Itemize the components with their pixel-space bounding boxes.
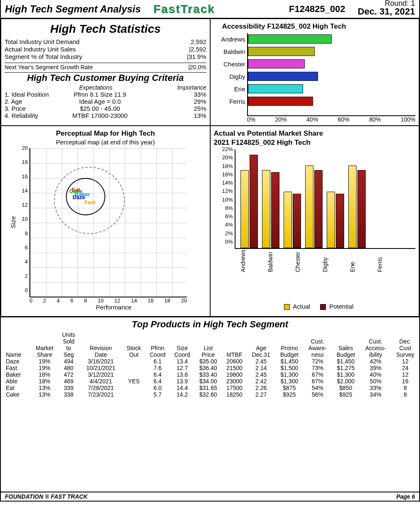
stat-value: |31.9% <box>187 53 206 60</box>
growth-label: Next Year's Segment Growth Rate <box>5 64 93 71</box>
market-share-panel: Actual vs Potential Market Share 2021 F1… <box>210 126 420 317</box>
criteria-imp: 25% <box>141 105 206 112</box>
bar-group <box>240 155 258 248</box>
ms-title: Actual vs Potential Market Share <box>214 129 416 138</box>
criteria-title: High Tech Customer Buying Criteria <box>5 72 206 83</box>
stat-row: Total Industry Unit Demand2,592 <box>5 38 206 45</box>
criteria-row: 2. AgeIdeal Age = 0.029% <box>5 98 206 105</box>
market-share-chart: 22%20%18%16%14%12%10%8%6%4%2%0% <box>235 149 416 249</box>
footer-right: Page 6 <box>396 493 415 500</box>
table-header: Name <box>1 331 31 358</box>
header-date-block: Round: 1 Dec. 31, 2021 <box>358 1 415 17</box>
criteria-exp: $25.00 - 45.00 <box>58 105 141 112</box>
perceptual-map-panel: Perceptual Map for High Tech Perceptual … <box>1 126 210 317</box>
vbar <box>314 170 323 248</box>
criteria-row: 4. ReliabilityMTBF 17000-2300013% <box>5 112 206 119</box>
vbar <box>327 192 335 248</box>
ms-subtitle: 2021 F124825_002 High Tech <box>214 139 416 147</box>
bar-group <box>284 192 301 248</box>
vbar <box>336 194 344 248</box>
pmap-point: Fast <box>84 199 95 205</box>
hbar <box>248 34 332 44</box>
report-page: High Tech Segment Analysis FastTrack F12… <box>0 0 420 502</box>
criteria-row: 1. Ideal PositionPfmn 8.1 Size 11.933% <box>5 91 206 98</box>
table-header: RevisionDate <box>79 331 122 358</box>
criteria-name: 3. Price <box>5 105 58 112</box>
legend-swatch-potential <box>320 304 326 310</box>
table-header-row: NameMarketShareUnitsSoldtoSegRevisionDat… <box>1 331 419 358</box>
criteria-name: 4. Reliability <box>5 112 58 119</box>
hbar <box>248 97 313 106</box>
report-code: F124825_002 <box>289 4 345 15</box>
ms-xlabels: AndrewsBaldwinChesterDigbyErieFerris <box>240 251 416 279</box>
stat-row: Actual Industry Unit Sales|2,592 <box>5 46 206 53</box>
table-row: Baker18%4723/12/20216.413.8$33.40198002.… <box>1 371 419 378</box>
hbar-label: Erie <box>216 85 245 93</box>
accessibility-title: Accessibility F124825_002 High Tech <box>222 22 416 31</box>
bar-group <box>348 166 366 248</box>
vbar <box>357 170 366 248</box>
table-header: PromoBudget <box>275 331 303 358</box>
vbar <box>271 172 279 248</box>
hbar-label: Digby <box>216 73 245 80</box>
hbar <box>248 59 305 68</box>
vbar <box>284 192 292 248</box>
criteria-head-exp: Expectations <box>79 84 112 91</box>
criteria-exp: Pfmn 8.1 Size 11.9 <box>58 91 141 98</box>
hbar <box>248 72 318 81</box>
table-row: Daze19%4943/16/20216.113.4$35.00206002.4… <box>1 358 419 365</box>
perceptual-map: 20181614121086420 EatCakeBakerDazeFast <box>29 148 187 297</box>
hbar-label: Chester <box>216 61 245 68</box>
criteria-imp: 33% <box>141 91 206 98</box>
table-row: Cake13%3387/23/20215.714.2$32.60182502.2… <box>1 391 419 398</box>
stats-title: High Tech Statistics <box>5 22 206 36</box>
statistics-panel: High Tech Statistics Total Industry Unit… <box>1 19 210 126</box>
hbar <box>248 47 315 56</box>
accessibility-xaxis: 0%20%40%60%80%100% <box>247 116 416 123</box>
table-header: MTBF <box>222 331 247 358</box>
report-date: Dec. 31, 2021 <box>358 6 415 17</box>
table-header: Dec.CustSurvey <box>391 331 419 358</box>
vbar <box>305 166 313 248</box>
footer-left: FOUNDATION ® FAST TRACK <box>5 493 87 500</box>
top-products-panel: Top Products in High Tech Segment NameMa… <box>1 319 419 398</box>
criteria-name: 2. Age <box>5 98 58 105</box>
header-right: F124825_002 <box>289 4 345 15</box>
pmap-point: Daze <box>73 194 85 200</box>
criteria-head-imp: Importance <box>177 84 206 91</box>
stat-label: Total Industry Unit Demand <box>5 38 80 45</box>
stat-value: 2,592 <box>191 38 206 45</box>
report-header: High Tech Segment Analysis FastTrack F12… <box>1 0 419 19</box>
table-row: Eat13%3397/28/20216.014.4$31.65175002.26… <box>1 385 419 391</box>
bar-group <box>305 166 323 248</box>
legend-swatch-actual <box>284 304 290 310</box>
legend-potential: Potential <box>329 303 353 310</box>
table-header: SalesBudget <box>332 331 360 358</box>
table-header: MarketShare <box>31 331 58 358</box>
table-header: StockOut <box>122 331 145 358</box>
pmap-ylabel: Size <box>10 216 17 228</box>
table-header: ListPrice <box>194 331 222 358</box>
hbar-label: Andrews <box>216 36 245 43</box>
table-header: Cust.Access-ibility <box>360 331 391 358</box>
legend-actual: Actual <box>293 303 310 310</box>
report-title: High Tech Segment Analysis <box>5 3 141 15</box>
table-header: UnitsSoldtoSeg <box>58 331 79 358</box>
bar-group <box>327 192 344 248</box>
table-row: Able18%4694/4/2021YES6.413.9$34.00230002… <box>1 378 419 385</box>
top-products-table: NameMarketShareUnitsSoldtoSegRevisionDat… <box>1 331 419 398</box>
accessibility-chart: AndrewsBaldwinChesterDigbyErieFerris <box>247 33 416 116</box>
pmap-subtitle: Perceptual map (at end of this year) <box>5 139 206 146</box>
pmap-title: Perceptual Map for High Tech <box>5 129 206 138</box>
top-products-title: Top Products in High Tech Segment <box>1 319 419 330</box>
accessibility-panel: Accessibility F124825_002 High Tech Andr… <box>210 19 420 126</box>
criteria-name: 1. Ideal Position <box>5 91 58 98</box>
table-header: PfmnCoord <box>145 331 170 358</box>
criteria-imp: 13% <box>141 112 206 119</box>
page-footer: FOUNDATION ® FAST TRACK Page 6 <box>1 492 419 501</box>
criteria-imp: 29% <box>141 98 206 105</box>
growth-value: |20.0% <box>188 64 206 71</box>
criteria-row: 3. Price$25.00 - 45.0025% <box>5 105 206 112</box>
fasttrack-logo: FastTrack <box>153 2 289 16</box>
hbar-label: Ferris <box>216 98 245 105</box>
